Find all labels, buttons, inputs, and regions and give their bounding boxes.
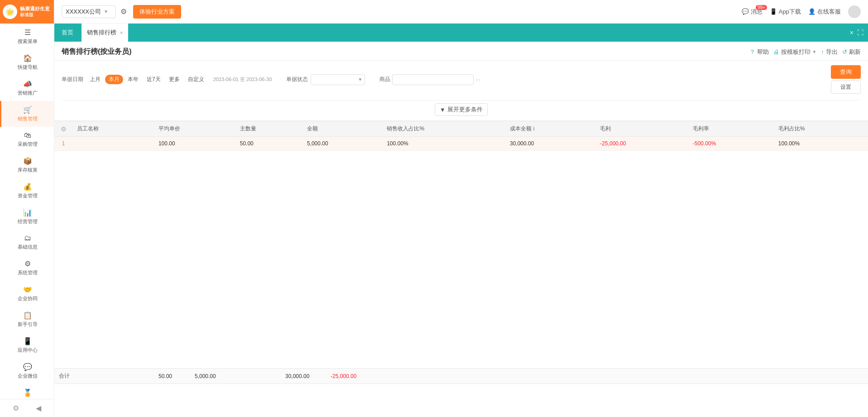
topbar-right: 💬 消息 99+ 📱 App下载 👤 在线客服 [742,5,861,18]
td-profit-rate: -500.00% [688,137,774,151]
page-inner: 销售排行榜(按业务员) ？ 帮助 🖨 按模板打印 ▼ ↑ 导出 [54,42,868,417]
trial-button[interactable]: 体验行业方案 [133,5,181,19]
goods-input[interactable] [392,74,474,85]
th-avg-price: 平均单价 [154,121,235,137]
tab-close-icon[interactable]: × [120,30,123,35]
logo-icon: 🌟 [3,5,17,19]
sidebar-settings-icon[interactable]: ⚙ [13,404,19,412]
date-tab-last-month[interactable]: 上月 [86,75,104,84]
status-select-wrapper: ▼ [311,74,365,85]
date-tab-custom[interactable]: 自定义 [184,75,208,84]
help-action[interactable]: ？ 帮助 [749,48,769,56]
sidebar-footer: ⚙ ◀ [0,399,54,417]
sidebar-item-sales[interactable]: 🛒 销售管理 [0,101,54,127]
tab-window-close-icon[interactable]: × [850,29,854,36]
help-label: 帮助 [757,48,769,56]
th-gear: ⚙ [54,121,72,137]
footer-qty: 50.00 [158,373,195,379]
sidebar-item-quick-nav[interactable]: 🏠 快捷导航 [0,49,54,75]
date-range-text: 2023-06-01 至 2023-06-30 [213,76,272,83]
company-dropdown-arrow: ▼ [104,9,108,14]
th-amount: 全额 [302,121,382,137]
th-profit: 毛利 [595,121,688,137]
sidebar-nav: ☰ 搜索菜单 🏠 快捷导航 📣 营销推广 🛒 销售管理 🛍 采购管理 📦 库存核… [0,24,54,399]
sidebar-item-enterprise-collab[interactable]: 🤝 企业协同 [0,281,54,307]
sidebar-item-guide[interactable]: 📋 新手引导 [0,307,54,332]
sidebar-item-marketing[interactable]: 📣 营销推广 [0,75,54,101]
sidebar-item-purchase[interactable]: 🛍 采购管理 [0,127,54,152]
tab-sales-ranking-label: 销售排行榜 [87,29,116,37]
template-print-action[interactable]: 🖨 按模板打印 ▼ [773,48,817,56]
date-tab-more[interactable]: 更多 [165,75,183,84]
date-tab-7days[interactable]: 近7天 [143,75,164,84]
sidebar-item-finance[interactable]: 💰 资金管理 [0,178,54,204]
table-header-row: ⚙ 员工名称 平均单价 主数量 全额 销售收入占比% 成本全额 ℹ 毛利 毛利率… [54,121,868,137]
tab-sales-ranking[interactable]: 销售排行榜 × [82,24,128,42]
sidebar-item-app-center[interactable]: 📱 应用中心 [0,332,54,358]
expand-more-btn[interactable]: ▼ 展开更多条件 [435,103,488,116]
th-cost: 成本全额 ℹ [505,121,595,137]
export-icon: ↑ [821,48,825,55]
date-tabs: 上月 本月 本年 近7天 更多 自定义 [86,75,208,84]
sidebar-item-system[interactable]: ⚙ 系统管理 [0,255,54,281]
sidebar-item-inventory[interactable]: 📦 库存核算 [0,152,54,178]
footer-profit: -25,000.00 [331,373,376,379]
goods-more-icon[interactable]: ··· [475,77,480,83]
td-rank: 1 [54,137,72,151]
th-qty: 主数量 [235,121,302,137]
status-filter: 单据状态 ▼ [286,74,365,85]
message-item[interactable]: 💬 消息 99+ [742,8,762,16]
refresh-action[interactable]: ↺ 刷新 [842,48,861,56]
system-icon: ⚙ [24,259,31,268]
topbar: XXXXXX公司 ▼ ⚙ 体验行业方案 💬 消息 99+ 📱 App下载 👤 在… [54,0,868,24]
tab-window-maximize-icon[interactable]: ⛶ [857,29,863,36]
export-action[interactable]: ↑ 导出 [821,48,838,56]
inventory-icon: 📦 [23,157,32,165]
page-header-actions: ？ 帮助 🖨 按模板打印 ▼ ↑ 导出 ↺ 刷新 [749,48,861,56]
export-label: 导出 [826,48,838,56]
date-tab-this-year[interactable]: 本年 [124,75,142,84]
refresh-icon: ↺ [842,48,847,55]
app-download-item[interactable]: 📱 App下载 [770,8,801,16]
td-cost: 30,000.00 [505,137,595,151]
sidebar-item-basic-info[interactable]: 🗂 基础信息 [0,230,54,255]
data-table: ⚙ 员工名称 平均单价 主数量 全额 销售收入占比% 成本全额 ℹ 毛利 毛利率… [54,121,868,151]
date-tab-this-month[interactable]: 本月 [105,75,123,84]
topbar-settings-icon[interactable]: ⚙ [120,7,127,16]
sales-icon: 🛒 [23,105,32,114]
date-filter: 单据日期 上月 本月 本年 近7天 更多 自定义 [62,75,208,84]
sidebar-item-membership[interactable]: 🏅 畅会员 [0,384,54,399]
finance-icon: 💰 [23,182,32,191]
filter-row-1: 单据日期 上月 本月 本年 近7天 更多 自定义 2023-06-01 至 20… [62,65,861,94]
sidebar-item-operations[interactable]: 📊 经营管理 [0,204,54,230]
company-selector[interactable]: XXXXXX公司 ▼ [62,5,116,18]
td-amount: 5,000.00 [302,137,382,151]
page-title: 销售排行榜(按业务员) [62,47,132,57]
td-profit: -25,000.00 [595,137,688,151]
filter-actions: 查询 设置 [831,65,861,94]
print-dropdown-icon: ▼ [812,49,817,54]
th-name: 员工名称 [72,121,154,137]
guide-icon: 📋 [23,311,32,320]
tab-home[interactable]: 首页 [54,24,81,42]
search-menu-icon: ☰ [24,28,31,37]
setting-button[interactable]: 设置 [831,81,861,94]
td-profit-pct: 100.00% [774,137,868,151]
online-service-item[interactable]: 👤 在线客服 [808,8,841,16]
th-profit-pct: 毛利占比% [774,121,868,137]
main-content: XXXXXX公司 ▼ ⚙ 体验行业方案 💬 消息 99+ 📱 App下载 👤 在… [54,0,868,417]
sidebar-item-enterprise-wechat[interactable]: 💬 企业微信 [0,358,54,384]
expand-icon: ▼ [440,106,446,113]
table-row: 1 100.00 50.00 5,000.00 100.00% 30,000.0… [54,137,868,151]
goods-filter-label: 商品 [379,76,390,83]
query-button[interactable]: 查询 [831,65,861,79]
td-avg-price: 100.00 [154,137,235,151]
td-name [72,137,154,151]
user-avatar[interactable] [848,5,861,18]
status-select[interactable] [311,74,365,85]
sidebar-collapse-icon[interactable]: ◀ [36,404,41,412]
print-icon: 🖨 [773,48,779,55]
column-settings-icon[interactable]: ⚙ [61,125,67,133]
refresh-label: 刷新 [849,48,861,56]
sidebar-item-search[interactable]: ☰ 搜索菜单 [0,24,54,49]
